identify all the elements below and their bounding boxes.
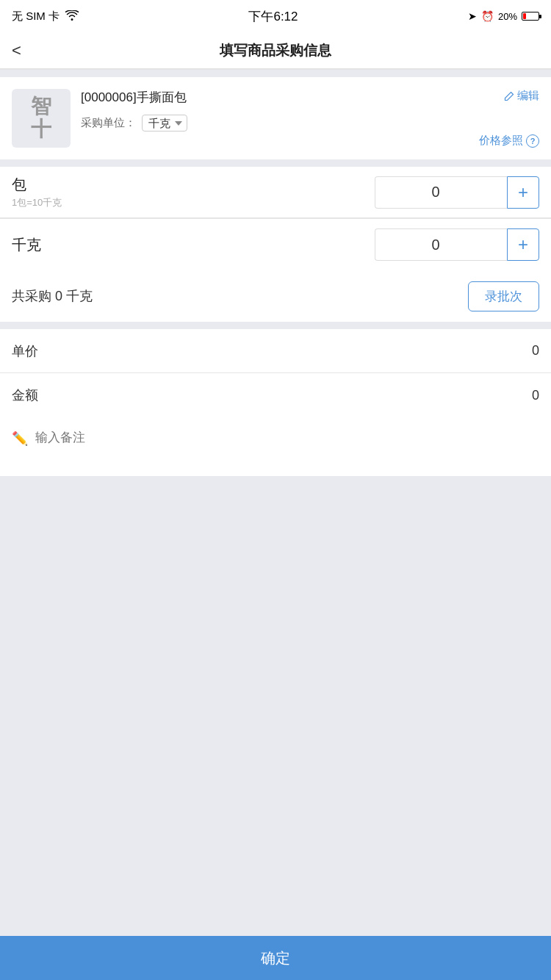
nav-bar: < 填写商品采购信息 <box>0 32 551 69</box>
back-button[interactable]: < <box>12 41 21 60</box>
qty-input-kg[interactable] <box>375 228 507 261</box>
battery-percent: 20% <box>498 11 517 22</box>
input-label-kg: 千克 <box>12 235 41 255</box>
edit-label: 编辑 <box>517 89 539 103</box>
product-image: 智 十 <box>12 89 71 148</box>
logo-line1: 智 <box>31 96 51 118</box>
amount-value: 0 <box>532 388 539 403</box>
info-row-amount: 金额 0 <box>0 373 551 417</box>
info-row-price: 单价 0 <box>0 329 551 373</box>
info-icon: ? <box>526 134 539 148</box>
price-label: 单价 <box>12 342 38 360</box>
alarm-icon: ⏰ <box>481 10 494 22</box>
confirm-label: 确定 <box>261 948 290 968</box>
confirm-button[interactable]: 确定 <box>0 936 551 980</box>
top-spacer <box>0 70 551 77</box>
record-batch-button[interactable]: 录批次 <box>468 281 539 311</box>
section-divider-2 <box>0 322 551 329</box>
info-section: 单价 0 金额 0 <box>0 329 551 417</box>
unit-select[interactable]: 千克 包 <box>142 115 187 131</box>
input-label-package: 包 1包=10千克 <box>12 175 62 209</box>
bottom-spacer <box>0 476 551 936</box>
location-icon: ➤ <box>468 10 477 22</box>
battery-icon <box>522 12 539 21</box>
price-ref-button[interactable]: 价格参照 ? <box>479 134 539 148</box>
wifi-icon <box>65 10 79 23</box>
input-sublabel-package: 1包=10千克 <box>12 196 62 209</box>
edit-button[interactable]: 编辑 <box>504 89 539 103</box>
product-card: 智 十 [0000006]手撕面包 采购单位： 千克 包 编辑 价格参照 ? <box>0 77 551 159</box>
pencil-icon: ✏️ <box>12 430 28 447</box>
summary-text: 共采购 0 千克 <box>12 287 93 305</box>
unit-label: 采购单位： <box>81 116 136 130</box>
amount-label: 金额 <box>12 386 38 404</box>
carrier-text: 无 SIM 卡 <box>12 10 60 24</box>
remark-input[interactable] <box>35 429 539 444</box>
remark-section[interactable]: ✏️ <box>0 417 551 476</box>
input-section: 包 1包=10千克 + 千克 + <box>0 167 551 270</box>
page-container: 无 SIM 卡 下午6:12 ➤ ⏰ 20% < 填 <box>0 0 551 980</box>
price-value: 0 <box>532 343 539 359</box>
logo-line2: 十 <box>31 118 51 141</box>
price-ref-label: 价格参照 <box>479 134 523 148</box>
product-name: [0000006]手撕面包 <box>81 89 539 106</box>
input-right-kg: + <box>375 228 539 261</box>
product-logo: 智 十 <box>31 96 51 141</box>
qty-input-package[interactable] <box>375 176 507 209</box>
input-row-kg: 千克 + <box>0 219 551 270</box>
summary-row: 共采购 0 千克 录批次 <box>0 270 551 322</box>
product-info: [0000006]手撕面包 采购单位： 千克 包 <box>81 89 539 131</box>
input-right-package: + <box>375 176 539 209</box>
page-title: 填写商品采购信息 <box>220 41 331 60</box>
section-divider-1 <box>0 159 551 167</box>
qty-plus-kg[interactable]: + <box>507 228 539 261</box>
product-unit-row: 采购单位： 千克 包 <box>81 115 539 131</box>
qty-plus-package[interactable]: + <box>507 176 539 209</box>
status-bar: 无 SIM 卡 下午6:12 ➤ ⏰ 20% <box>0 0 551 32</box>
input-row-package: 包 1包=10千克 + <box>0 167 551 218</box>
status-right: ➤ ⏰ 20% <box>468 10 539 22</box>
status-time: 下午6:12 <box>248 8 298 25</box>
status-left: 无 SIM 卡 <box>12 10 79 24</box>
